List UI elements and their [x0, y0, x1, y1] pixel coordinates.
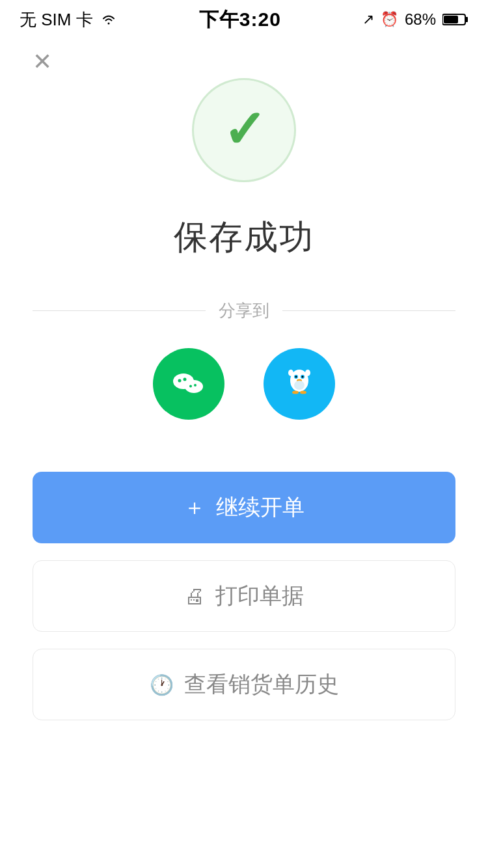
wechat-share-button[interactable] — [153, 348, 224, 420]
qq-logo-icon — [280, 365, 318, 403]
plus-icon: ＋ — [183, 493, 206, 522]
history-button[interactable]: 🕐 查看销货单历史 — [33, 649, 455, 720]
success-circle: ✓ — [192, 78, 296, 182]
close-button[interactable]: ✕ — [26, 46, 59, 78]
wechat-logo-icon — [169, 364, 208, 403]
svg-point-13 — [295, 376, 297, 378]
svg-point-5 — [178, 379, 182, 383]
svg-rect-1 — [465, 17, 468, 22]
share-section: 分享到 — [0, 299, 488, 420]
status-bar: 无 SIM 卡 下午3:20 ↗ ⏰ 68% — [0, 0, 488, 39]
clock-icon: 🕐 — [150, 673, 174, 696]
svg-point-18 — [300, 391, 306, 394]
close-icon: ✕ — [33, 48, 52, 75]
print-label: 打印单据 — [215, 581, 304, 611]
print-button[interactable]: 🖨 打印单据 — [33, 560, 455, 632]
continue-button[interactable]: ＋ 继续开单 — [33, 472, 455, 543]
svg-point-4 — [185, 380, 203, 393]
share-label: 分享到 — [206, 299, 282, 322]
location-icon: ↗ — [362, 11, 374, 28]
svg-point-17 — [292, 391, 299, 394]
share-icons-row — [33, 348, 455, 420]
status-time: 下午3:20 — [199, 7, 281, 33]
battery-percent: 68% — [405, 10, 436, 29]
carrier-text: 无 SIM 卡 — [20, 8, 93, 31]
svg-point-6 — [183, 378, 187, 381]
printer-icon: 🖨 — [184, 584, 205, 608]
divider-row: 分享到 — [33, 299, 455, 322]
divider-left — [33, 310, 206, 311]
history-label: 查看销货单历史 — [184, 670, 339, 699]
status-carrier: 无 SIM 卡 — [20, 8, 118, 31]
status-right: ↗ ⏰ 68% — [362, 10, 468, 29]
svg-point-16 — [294, 381, 305, 390]
success-title: 保存成功 — [174, 215, 314, 260]
main-content: ✓ 保存成功 分享到 — [0, 39, 488, 720]
svg-rect-2 — [444, 16, 458, 23]
svg-point-8 — [194, 384, 197, 387]
continue-label: 继续开单 — [216, 493, 305, 522]
checkmark-icon: ✓ — [223, 104, 266, 156]
wifi-icon — [100, 13, 118, 26]
svg-point-7 — [189, 385, 192, 388]
svg-point-19 — [288, 370, 293, 376]
battery-icon — [442, 13, 468, 26]
qq-share-button[interactable] — [264, 348, 335, 420]
svg-point-14 — [302, 376, 304, 378]
alarm-icon: ⏰ — [381, 11, 398, 28]
svg-point-20 — [305, 370, 310, 376]
actions-section: ＋ 继续开单 🖨 打印单据 🕐 查看销货单历史 — [0, 472, 488, 720]
divider-right — [282, 310, 455, 311]
